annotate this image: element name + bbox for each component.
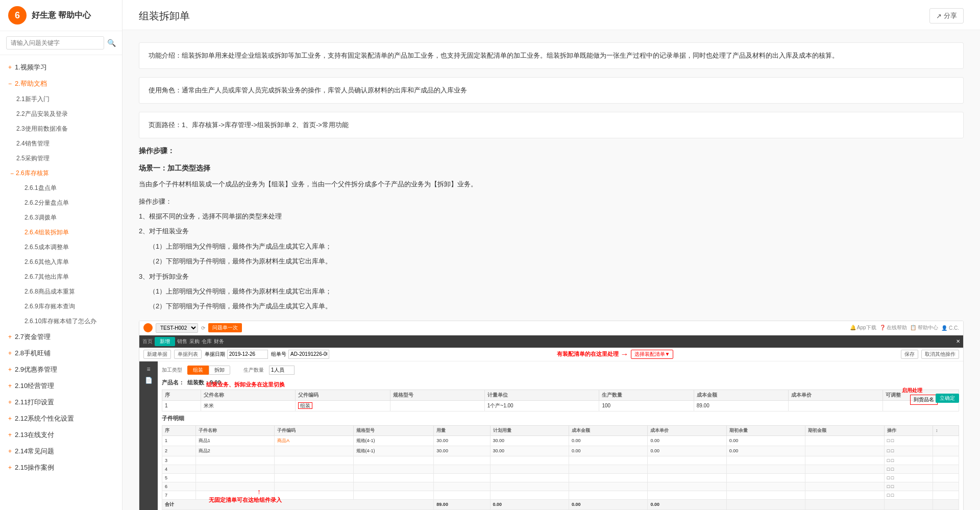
mock-type-tabs: 组装 拆卸 bbox=[187, 366, 230, 375]
mock-btn-cancel[interactable]: 取消其他操作 bbox=[921, 350, 959, 359]
sidebar-item-stockcheck[interactable]: 2.6.1盘点单 bbox=[0, 181, 122, 196]
mock-cell bbox=[569, 465, 647, 473]
mock-cell: 0.00 bbox=[569, 446, 647, 456]
mock-sidebar-icon1: ≡ bbox=[146, 366, 150, 373]
mock-col-op: 操作 bbox=[884, 425, 933, 435]
search-input[interactable] bbox=[6, 36, 104, 50]
mock-cell bbox=[933, 446, 959, 456]
mock-date-group: 单据日期 bbox=[205, 350, 268, 359]
mock-btn-save2[interactable]: 保存 bbox=[901, 350, 918, 359]
mock-topbar-right: 🔔 App下载 ❓ 在线帮助 📋 帮助中心 👤 C.C. bbox=[850, 324, 959, 331]
sidebar-item-coupon[interactable]: + 2.9优惠券管理 bbox=[0, 361, 122, 378]
sidebar-item-sales[interactable]: 2.4销售管理 bbox=[0, 136, 122, 151]
step3: 3、对于拆卸业务 bbox=[139, 271, 964, 282]
sidebar-item-otherin[interactable]: 2.6.6其他入库单 bbox=[0, 255, 122, 270]
mock-col-unit-cost: 成本单价 bbox=[788, 390, 883, 400]
sidebar-item-biz[interactable]: + 2.10经营管理 bbox=[0, 378, 122, 394]
mock-cell: 6 bbox=[162, 482, 196, 491]
mock-cell bbox=[569, 456, 647, 465]
sidebar-item-inventory[interactable]: − 2.6库存核算 bbox=[0, 166, 122, 181]
sidebar-item-install[interactable]: 2.2产品安装及登录 bbox=[0, 107, 122, 122]
mock-btn-choose-list[interactable]: 选择装配清单▼ bbox=[631, 350, 674, 359]
mock-cell bbox=[275, 482, 353, 491]
sidebar-item-cases[interactable]: + 2.15操作案例 bbox=[0, 459, 122, 476]
mock-cell: 商品1 bbox=[195, 435, 274, 446]
sidebar-item-faq[interactable]: + 2.14常见问题 bbox=[0, 443, 122, 459]
sidebar-item-funds[interactable]: + 2.7资金管理 bbox=[0, 329, 122, 345]
mock-cell bbox=[933, 465, 959, 473]
mock-company-select[interactable]: TEST-H002 bbox=[156, 323, 198, 333]
mock-nav-active: 新增 bbox=[155, 337, 175, 346]
mock-form-area: 加工类型 组装 拆卸 生产数量 组装业务、拆卸业务在这里切换 bbox=[158, 361, 963, 510]
mock-date-input[interactable] bbox=[227, 350, 268, 359]
mock-total-blank4 bbox=[726, 499, 805, 509]
mock-tab-disassembly[interactable]: 拆卸 bbox=[209, 366, 230, 375]
ann-arrow-up: ↑ bbox=[257, 488, 261, 496]
sidebar-item-goodscost[interactable]: 2.6.8商品成本重算 bbox=[0, 284, 122, 299]
mock-cell bbox=[805, 446, 884, 456]
mock-left-sidebar: ≡ 📄 bbox=[139, 361, 158, 510]
mock-cell bbox=[726, 465, 805, 473]
mock-topbar-btn[interactable]: 问题单一次 bbox=[208, 323, 242, 332]
mock-cell bbox=[933, 491, 959, 499]
sidebar-item-video[interactable]: + 1.视频学习 bbox=[0, 59, 122, 76]
sidebar-item-stockcheck2[interactable]: 2.6.9库存账本查询 bbox=[0, 299, 122, 314]
sidebar-item-payment[interactable]: + 2.13在线支付 bbox=[0, 427, 122, 443]
mock-topbar: TEST-H002 ⟳ 问题单一次 🔔 App下载 ❓ 在线帮助 📋 帮助中心 … bbox=[139, 321, 963, 335]
mock-cell bbox=[648, 473, 726, 482]
step3-1: （1）上部明细为父件明细，最终作为原材料生成其它出库单； bbox=[149, 285, 964, 297]
mock-cell: □ □ bbox=[884, 446, 933, 456]
mock-cell bbox=[353, 465, 434, 473]
sidebar-item-costadj[interactable]: 2.6.5成本调整单 bbox=[0, 240, 122, 255]
mock-col-child-code: 子件编码 bbox=[275, 425, 353, 435]
sidebar-item-otherout[interactable]: 2.6.7其他出库单 bbox=[0, 270, 122, 284]
expand-icon-funds: + bbox=[8, 333, 12, 341]
sidebar-item-purchase[interactable]: 2.5采购管理 bbox=[0, 151, 122, 166]
mock-total-blank7 bbox=[933, 499, 959, 509]
mock-cell bbox=[275, 465, 353, 473]
screenshot-container: TEST-H002 ⟳ 问题单一次 🔔 App下载 ❓ 在线帮助 📋 帮助中心 … bbox=[139, 321, 964, 510]
mock-confirm-btn[interactable]: 立确定 bbox=[936, 394, 959, 403]
mock-bill-input[interactable] bbox=[288, 350, 329, 359]
steps-label: 操作步骤： bbox=[139, 196, 964, 207]
mock-center: 📋 帮助中心 bbox=[910, 324, 938, 331]
sidebar-item-data[interactable]: 2.3使用前数据准备 bbox=[0, 122, 122, 136]
mock-btn-list[interactable]: 单据列表 bbox=[174, 350, 202, 359]
sidebar-item-stockerr[interactable]: 2.6.10库存账本错了怎么办 bbox=[0, 314, 122, 329]
mock-nav-home: 首页 bbox=[142, 338, 153, 345]
sidebar-item-system[interactable]: + 2.12系统个性化设置 bbox=[0, 410, 122, 427]
table-row: 1 米米 组装 1个产~1.00 100 89.00 bbox=[162, 400, 959, 411]
sidebar-item-new[interactable]: 2.1新手入门 bbox=[0, 92, 122, 107]
sidebar-item-docs[interactable]: − 2.帮助文档 bbox=[0, 76, 122, 92]
mock-col-seq2: 序 bbox=[162, 425, 196, 435]
mock-cell bbox=[788, 400, 883, 411]
share-button[interactable]: ↗ 分享 bbox=[929, 8, 964, 23]
role-text: 使用角色：通常由生产人员或库管人员完成拆装业务的操作，库管人员确认原材料的出库和… bbox=[149, 86, 467, 94]
mock-tab-assembly[interactable]: 组装 bbox=[187, 366, 209, 375]
mock-col-cost: 成本金额 bbox=[694, 390, 788, 400]
expand-icon-video: + bbox=[8, 64, 12, 71]
sidebar-item-splitstock[interactable]: 2.6.2分量盘点单 bbox=[0, 196, 122, 210]
search-button[interactable]: 🔍 bbox=[104, 39, 116, 47]
sidebar-item-mobile[interactable]: + 2.8手机旺铺 bbox=[0, 345, 122, 361]
mock-cell bbox=[490, 465, 569, 473]
mock-cell bbox=[353, 491, 434, 499]
sidebar-item-assembly[interactable]: 2.6.4组装拆卸单 bbox=[0, 225, 122, 240]
mock-total-blank3: 0.00 bbox=[648, 499, 726, 509]
mock-nav-close: ✕ bbox=[956, 338, 960, 344]
mock-cell: 组装 bbox=[296, 400, 390, 411]
mock-col-qty: 生产数量 bbox=[599, 390, 694, 400]
mock-total-cost: 89.00 bbox=[434, 499, 490, 509]
feature-intro-block: 功能介绍：组装拆卸单用来处理企业组装或拆卸等加工业务，支持有固定装配清单的产品加… bbox=[139, 42, 964, 69]
mock-cell bbox=[195, 456, 274, 465]
feature-intro-text: 功能介绍：组装拆卸单用来处理企业组装或拆卸等加工业务，支持有固定装配清单的产品加… bbox=[149, 52, 839, 59]
path-block: 页面路径：1、库存核算->库存管理->组装拆卸单 2、首页->常用功能 bbox=[139, 112, 964, 138]
mock-cell: 商品2 bbox=[195, 446, 274, 456]
mock-cell bbox=[195, 482, 274, 491]
mock-btn-save[interactable]: 新建单据 bbox=[143, 350, 171, 359]
ann-assembly-list: 有装配清单的在这里处理 bbox=[557, 350, 619, 358]
mock-cell: 0.00 bbox=[648, 435, 726, 446]
sidebar-item-print[interactable]: + 2.11打印设置 bbox=[0, 394, 122, 410]
sidebar-item-adjust[interactable]: 2.6.3调拨单 bbox=[0, 210, 122, 225]
mock-qty-input[interactable] bbox=[269, 366, 295, 375]
